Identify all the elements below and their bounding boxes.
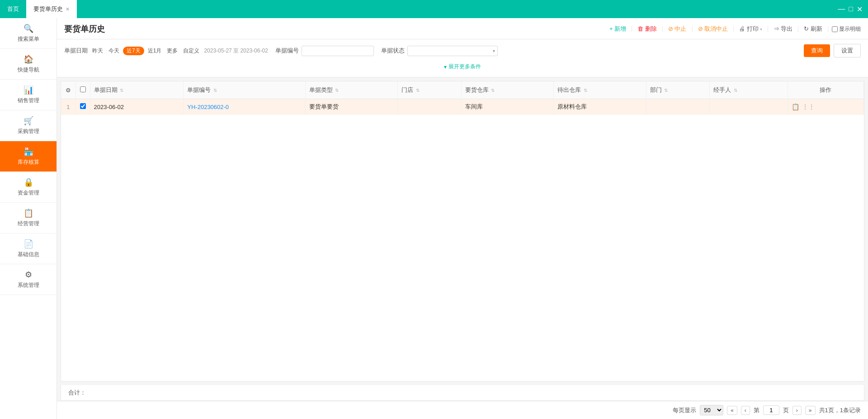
bill-no-link[interactable]: YH-20230602-0 bbox=[187, 104, 229, 110]
sidebar-item-finance-mgmt[interactable]: 🔒 资金管理 bbox=[0, 172, 57, 203]
search-menu-icon: 🔍 bbox=[24, 24, 33, 33]
toolbar: + 新增 🗑 删除 ⊘ 中止 ⊘ 取消中止 bbox=[608, 24, 861, 34]
total-label: 合计： bbox=[68, 389, 86, 396]
delete-label: 🗑 删除 bbox=[637, 25, 657, 33]
page-header-top: 要货单历史 + 新增 🗑 删除 ⊘ 中止 ⊘ 取消中止 bbox=[64, 24, 861, 34]
date-shortcut-7days[interactable]: 近7天 bbox=[123, 47, 144, 55]
sidebar-item-operations-mgmt[interactable]: 📋 经营管理 bbox=[0, 203, 57, 233]
query-button[interactable]: 查询 bbox=[804, 44, 830, 57]
row-checkbox[interactable] bbox=[80, 103, 86, 109]
table-area: ⚙ 单据日期 ⇅ 单据编号 ⇅ 单据类型 bbox=[61, 81, 864, 381]
sidebar-label-system-mgmt: 系统管理 bbox=[18, 281, 39, 289]
cancel-stop-button[interactable]: ⊘ 取消中止 bbox=[696, 24, 730, 34]
basic-info-icon: 📄 bbox=[24, 239, 33, 249]
divider4 bbox=[733, 26, 734, 32]
cell-handler bbox=[710, 99, 788, 115]
col-settings[interactable]: ⚙ bbox=[61, 81, 75, 99]
col-checkbox bbox=[75, 81, 90, 99]
select-all-checkbox[interactable] bbox=[80, 86, 86, 92]
footer-bar: 合计： bbox=[61, 385, 864, 401]
date-range-value: 2023-05-27 至 2023-06-02 bbox=[204, 47, 268, 55]
sidebar-label-operations-mgmt: 经营管理 bbox=[18, 220, 39, 228]
sidebar-item-sales-mgmt[interactable]: 📊 销售管理 bbox=[0, 80, 57, 110]
quick-nav-icon: 🏠 bbox=[24, 54, 33, 64]
sidebar-item-purchase-mgmt[interactable]: 🛒 采购管理 bbox=[0, 110, 57, 141]
settings-button[interactable]: 设置 bbox=[834, 44, 861, 57]
close-tab-icon[interactable]: ✕ bbox=[66, 6, 70, 12]
tab-home[interactable]: 首页 bbox=[0, 0, 26, 18]
last-page-btn[interactable]: » bbox=[805, 406, 816, 415]
add-button[interactable]: + 新增 bbox=[608, 24, 628, 34]
divider7 bbox=[828, 26, 828, 32]
date-shortcuts: 昨天 今天 近7天 近1月 更多 自定义 bbox=[90, 47, 201, 55]
date-shortcut-custom[interactable]: 自定义 bbox=[181, 47, 201, 55]
bill-status-select[interactable] bbox=[407, 46, 498, 56]
col-req-warehouse[interactable]: 要货仓库 ⇅ bbox=[461, 81, 554, 99]
first-page-btn[interactable]: « bbox=[727, 406, 737, 415]
operations-mgmt-icon: 📋 bbox=[24, 208, 33, 218]
sort-req-warehouse-icon: ⇅ bbox=[491, 88, 495, 93]
filter-bill-status: 单据状态 bbox=[381, 46, 498, 56]
per-page-select[interactable]: 20 50 100 200 bbox=[700, 405, 723, 415]
col-bill-type[interactable]: 单据类型 ⇅ bbox=[305, 81, 398, 99]
sidebar-item-basic-info[interactable]: 📄 基础信息 bbox=[0, 233, 57, 264]
cell-bill-no: YH-20230602-0 bbox=[184, 99, 305, 115]
tab-requisition-history[interactable]: 要货单历史 ✕ bbox=[26, 0, 77, 18]
col-handler[interactable]: 经手人 ⇅ bbox=[710, 81, 788, 99]
refresh-button[interactable]: ↻ 刷新 bbox=[802, 24, 824, 34]
window-controls: — □ ✕ bbox=[838, 5, 868, 14]
maximize-icon[interactable]: □ bbox=[849, 5, 853, 13]
col-shop[interactable]: 门店 ⇅ bbox=[398, 81, 461, 99]
sort-department-icon: ⇅ bbox=[664, 88, 668, 93]
expand-icon: ▾ bbox=[444, 64, 447, 70]
divider1 bbox=[632, 26, 632, 32]
export-button[interactable]: ⇒ 导出 bbox=[772, 24, 795, 34]
page-label: 第 bbox=[754, 406, 760, 414]
sidebar-label-quick-nav: 快捷导航 bbox=[18, 66, 39, 74]
add-label: + 新增 bbox=[609, 25, 626, 33]
row-checkbox-cell bbox=[75, 99, 90, 115]
next-page-btn[interactable]: › bbox=[793, 406, 802, 415]
col-action: 操作 bbox=[788, 81, 863, 99]
bill-no-input[interactable] bbox=[302, 46, 374, 56]
filter-bill-no: 单据编号 bbox=[275, 46, 374, 56]
sort-bill-type-icon: ⇅ bbox=[335, 88, 339, 93]
system-mgmt-icon: ⚙ bbox=[25, 270, 32, 280]
filter-actions: 查询 设置 bbox=[804, 44, 861, 57]
col-wait-warehouse[interactable]: 待出仓库 ⇅ bbox=[554, 81, 646, 99]
date-shortcut-yesterday[interactable]: 昨天 bbox=[90, 47, 105, 55]
sidebar-item-search-menu[interactable]: 🔍 搜索菜单 bbox=[0, 18, 57, 49]
show-detail-checkbox[interactable] bbox=[832, 26, 838, 32]
page-input[interactable] bbox=[763, 405, 779, 415]
sidebar-item-quick-nav[interactable]: 🏠 快捷导航 bbox=[0, 49, 57, 80]
prev-page-btn[interactable]: ‹ bbox=[741, 406, 750, 415]
expand-more-btn[interactable]: ▾ 展开更多条件 bbox=[64, 63, 861, 71]
filter-area: 单据日期 昨天 今天 近7天 近1月 更多 自定义 2023-05-27 至 2… bbox=[57, 39, 868, 77]
col-department[interactable]: 部门 ⇅ bbox=[646, 81, 709, 99]
date-shortcut-more[interactable]: 更多 bbox=[165, 47, 179, 55]
row-more-icon[interactable]: ⋮⋮ bbox=[802, 103, 815, 110]
date-shortcut-1month[interactable]: 近1月 bbox=[146, 47, 164, 55]
total-info: 共1页，1条记录 bbox=[819, 406, 861, 414]
bill-status-label: 单据状态 bbox=[381, 47, 405, 55]
cancel-stop-label: ⊘ 取消中止 bbox=[698, 25, 728, 33]
divider6 bbox=[798, 26, 798, 32]
print-dropdown-icon[interactable]: ▾ bbox=[760, 27, 762, 32]
delete-button[interactable]: 🗑 删除 bbox=[636, 24, 659, 34]
stop-button[interactable]: ⊘ 中止 bbox=[666, 24, 689, 34]
sidebar-item-inventory-mgmt[interactable]: 🏪 库存核算 bbox=[0, 141, 57, 172]
sales-mgmt-icon: 📊 bbox=[24, 85, 33, 95]
sidebar-item-system-mgmt[interactable]: ⚙ 系统管理 bbox=[0, 264, 57, 295]
cell-wait-warehouse: 原材料仓库 bbox=[554, 99, 646, 115]
col-bill-date[interactable]: 单据日期 ⇅ bbox=[90, 81, 184, 99]
window-close-icon[interactable]: ✕ bbox=[857, 5, 863, 14]
row-edit-icon[interactable]: 📋 bbox=[792, 103, 799, 110]
sidebar-label-inventory-mgmt: 库存核算 bbox=[18, 158, 39, 166]
print-button[interactable]: 🖨 打印 ▾ bbox=[737, 24, 764, 34]
filter-row-1: 单据日期 昨天 今天 近7天 近1月 更多 自定义 2023-05-27 至 2… bbox=[64, 44, 861, 57]
minimize-icon[interactable]: — bbox=[838, 5, 845, 13]
cell-bill-type: 要货单要货 bbox=[305, 99, 398, 115]
date-shortcut-today[interactable]: 今天 bbox=[107, 47, 121, 55]
col-bill-no[interactable]: 单据编号 ⇅ bbox=[184, 81, 305, 99]
sidebar-label-finance-mgmt: 资金管理 bbox=[18, 189, 39, 197]
